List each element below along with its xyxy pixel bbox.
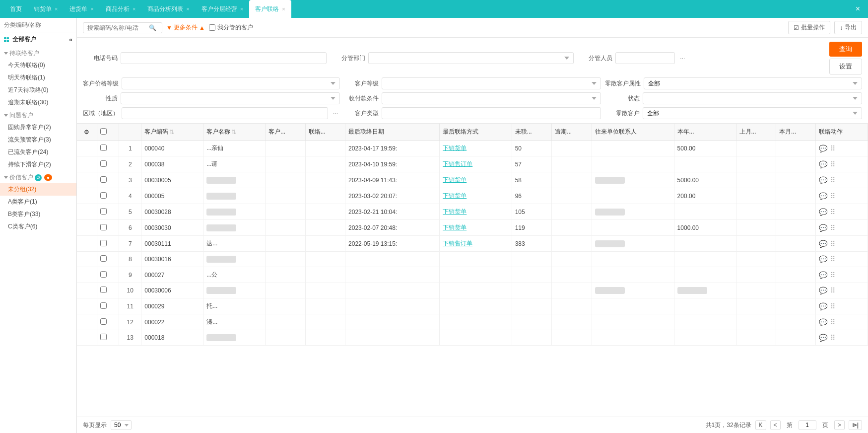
sidebar-item-lost[interactable]: 已流失客户(24) [0, 146, 76, 158]
person-input[interactable] [615, 52, 675, 64]
area-more-icon[interactable]: ··· [331, 110, 340, 117]
sidebar-search-input[interactable] [4, 21, 77, 28]
nav-tab-sales[interactable]: 销货单 × [28, 0, 64, 18]
td-checkbox[interactable] [97, 156, 119, 172]
th-type[interactable]: 客户... [266, 124, 305, 141]
row-checkbox[interactable] [100, 318, 107, 325]
contact-method-link[interactable]: 下销货单 [443, 176, 467, 183]
message-icon[interactable]: 💬 [819, 302, 827, 310]
grid-action-icon[interactable]: ⠿ [830, 192, 835, 200]
grid-action-icon[interactable]: ⠿ [830, 255, 835, 263]
sidebar-item-ungroup[interactable]: 未分组(32) [0, 183, 76, 196]
reset-btn[interactable]: 设置 [829, 59, 862, 74]
query-btn[interactable]: 查询 [829, 42, 862, 57]
th-no-contact[interactable]: 未联... [512, 124, 551, 141]
person-more-icon[interactable]: ··· [678, 55, 687, 62]
grid-action-icon[interactable]: ⠿ [830, 271, 835, 279]
product-list-tab-close[interactable]: × [186, 6, 189, 12]
td-last-method[interactable]: 下销售订单 [440, 156, 512, 172]
message-icon[interactable]: 💬 [819, 271, 827, 279]
more-conditions-btn[interactable]: ▼ 更多条件 ▲ [166, 23, 205, 32]
sidebar-item-group-a[interactable]: A类客户(1) [0, 196, 76, 208]
customer-type-input[interactable] [382, 107, 601, 119]
nav-home[interactable]: 首页 [4, 0, 28, 18]
row-checkbox[interactable] [100, 144, 107, 151]
message-icon[interactable]: 💬 [819, 208, 827, 216]
td-checkbox[interactable] [97, 188, 119, 204]
contact-method-link[interactable]: 下销货单 [443, 208, 467, 215]
export-btn[interactable]: ↓ 导出 [834, 21, 862, 34]
row-checkbox[interactable] [100, 224, 107, 230]
td-checkbox[interactable] [97, 314, 119, 330]
area-input[interactable] [122, 107, 328, 119]
global-close-btn[interactable]: × [852, 4, 864, 13]
nav-tab-customer-segment[interactable]: 客户分层经营 × [196, 0, 249, 18]
contact-method-link[interactable]: 下销货单 [443, 224, 467, 231]
th-last-month[interactable]: 上月... [736, 124, 776, 141]
nav-tab-purchase[interactable]: 进货单 × [64, 0, 99, 18]
first-page-btn[interactable]: K [755, 420, 766, 430]
th-code[interactable]: 客户编码⇅ [141, 124, 203, 141]
my-customers-toggle[interactable]: 我分管的客户 [209, 23, 253, 32]
sidebar-item-group-c[interactable]: C类客户(6) [0, 220, 76, 233]
th-last-method[interactable]: 最后联络方式 [440, 124, 512, 141]
message-icon[interactable]: 💬 [819, 334, 827, 342]
th-this-month[interactable]: 本月... [776, 124, 816, 141]
message-icon[interactable]: 💬 [819, 318, 827, 326]
grid-action-icon[interactable]: ⠿ [830, 318, 835, 326]
row-checkbox[interactable] [100, 302, 107, 309]
td-last-method[interactable]: 下销货单 [440, 204, 512, 220]
sidebar-collapse-icon[interactable]: « [69, 36, 72, 43]
td-last-method[interactable]: 下销货单 [440, 220, 512, 236]
row-checkbox[interactable] [100, 208, 107, 215]
sidebar-item-near7[interactable]: 近7天待联络(0) [0, 84, 76, 96]
message-icon[interactable]: 💬 [819, 287, 827, 294]
td-checkbox[interactable] [97, 267, 119, 283]
row-checkbox[interactable] [100, 271, 107, 278]
td-checkbox[interactable] [97, 204, 119, 220]
td-last-method[interactable]: 下销货单 [440, 172, 512, 188]
prev-page-btn[interactable]: < [770, 420, 781, 430]
row-checkbox[interactable] [100, 240, 107, 246]
retail-attr-select[interactable]: 全部 [644, 77, 862, 89]
td-checkbox[interactable] [97, 330, 119, 346]
grid-action-icon[interactable]: ⠿ [830, 176, 835, 184]
td-last-method[interactable]: 下销货单 [440, 188, 512, 204]
select-all-checkbox[interactable] [100, 128, 107, 135]
message-icon[interactable]: 💬 [819, 224, 827, 232]
td-last-method[interactable]: 下销售订单 [440, 236, 512, 252]
row-checkbox[interactable] [100, 255, 107, 262]
td-checkbox[interactable] [97, 220, 119, 236]
th-contact-person[interactable]: 往来单位联系人 [592, 124, 674, 141]
nav-tab-product-list[interactable]: 商品分析列表 × [141, 0, 195, 18]
next-page-btn[interactable]: > [834, 420, 845, 430]
sidebar-item-flow-warning[interactable]: 流失预警客户(3) [0, 134, 76, 146]
td-checkbox[interactable] [97, 172, 119, 188]
message-icon[interactable]: 💬 [819, 255, 827, 263]
nature-select[interactable] [121, 92, 340, 104]
message-icon[interactable]: 💬 [819, 176, 827, 184]
sales-tab-close[interactable]: × [55, 6, 58, 12]
last-page-btn[interactable]: ⊳| [849, 420, 862, 430]
retail-customer-select[interactable]: 全部 [643, 107, 862, 119]
sidebar-item-tomorrow[interactable]: 明天待联络(1) [0, 72, 76, 84]
contact-method-link[interactable]: 下销售订单 [443, 160, 472, 167]
batch-ops-btn[interactable]: ☑ 批量操作 [788, 21, 830, 34]
product-analysis-tab-close[interactable]: × [133, 6, 135, 12]
sidebar-item-today[interactable]: 今天待联络(0) [0, 59, 76, 72]
th-this-year[interactable]: 本年... [674, 124, 736, 141]
td-checkbox[interactable] [97, 252, 119, 267]
grid-action-icon[interactable]: ⠿ [830, 334, 835, 342]
grid-action-icon[interactable]: ⠿ [830, 302, 835, 310]
contact-method-link[interactable]: 下销货单 [443, 192, 467, 199]
row-checkbox[interactable] [100, 160, 107, 167]
th-overdue[interactable]: 逾期... [552, 124, 592, 141]
filter-search-icon[interactable]: 🔍 [149, 24, 156, 31]
all-customers-header[interactable]: 全部客户 « [0, 32, 76, 47]
sidebar-item-overdue[interactable]: 逾期未联络(30) [0, 96, 76, 109]
status-select[interactable] [643, 92, 862, 104]
credit-refresh-icon[interactable]: ↺ [35, 174, 42, 181]
payment-select[interactable] [382, 92, 601, 104]
phone-input[interactable] [121, 52, 327, 64]
grid-action-icon[interactable]: ⠿ [830, 287, 835, 294]
